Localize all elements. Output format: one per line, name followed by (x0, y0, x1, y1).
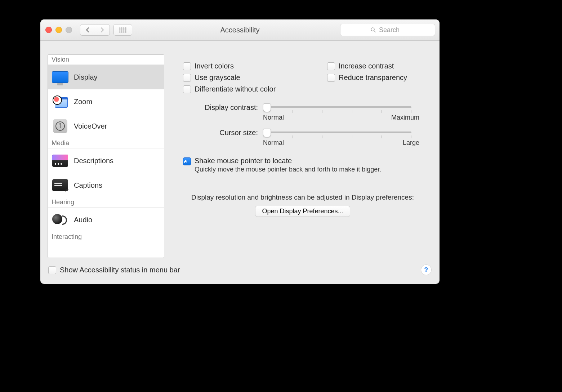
zoom-button[interactable] (66, 27, 72, 33)
chevron-left-icon (85, 27, 90, 32)
cursor-size-slider[interactable]: Normal Large (263, 128, 422, 147)
search-field[interactable] (340, 24, 435, 36)
sidebar-item-label: Audio (74, 216, 92, 224)
checkbox[interactable] (183, 62, 191, 70)
sidebar-item-voiceover[interactable]: VoiceOver (48, 114, 164, 138)
slider-max-label: Large (403, 139, 419, 147)
slider-min-label: Normal (263, 114, 284, 121)
option-show-status-menubar[interactable]: Show Accessibility status in menu bar (48, 266, 180, 274)
sidebar-section-hearing: Hearing (48, 197, 164, 208)
zoom-icon (52, 94, 69, 109)
sidebar-item-display[interactable]: Display (48, 65, 164, 89)
checkbox[interactable] (183, 85, 191, 93)
slider-min-label: Normal (263, 139, 284, 147)
slider-track[interactable] (263, 132, 411, 133)
grid-icon (119, 27, 127, 33)
display-settings-panel: Invert colors Increase contrast Use gray… (171, 54, 432, 258)
sidebar-item-descriptions[interactable]: Descriptions (48, 148, 164, 173)
option-increase-contrast[interactable]: Increase contrast (327, 62, 422, 70)
slider-track[interactable] (263, 106, 411, 108)
close-button[interactable] (45, 27, 52, 33)
descriptions-icon (52, 153, 69, 168)
option-label: Shake mouse pointer to locate (195, 157, 381, 165)
sidebar-item-zoom[interactable]: Zoom (48, 89, 164, 114)
sidebar-section-vision: Vision (48, 55, 164, 65)
option-label: Increase contrast (339, 62, 394, 70)
slider-ticks (263, 135, 411, 138)
checkbox[interactable] (183, 74, 191, 82)
sidebar-item-label: Descriptions (74, 157, 113, 165)
option-description: Quickly move the mouse pointer back and … (195, 166, 381, 173)
category-sidebar[interactable]: Vision Display Zoom VoiceOver Media Desc… (48, 54, 164, 258)
option-use-grayscale[interactable]: Use grayscale (183, 73, 327, 82)
sidebar-section-media: Media (48, 138, 164, 148)
option-label: Use grayscale (195, 74, 240, 82)
back-button[interactable] (80, 24, 95, 35)
search-input[interactable] (378, 26, 405, 34)
option-reduce-transparency[interactable]: Reduce transparency (327, 73, 422, 82)
forward-button[interactable] (95, 24, 110, 35)
option-label: Invert colors (195, 62, 234, 70)
show-all-button[interactable] (113, 24, 132, 36)
window-controls (45, 27, 72, 33)
accessibility-prefs-window: Accessibility Vision Display Zoom (40, 19, 440, 284)
cursor-size-row: Cursor size: Normal Large (183, 128, 422, 147)
resolution-note: Display resolution and brightness can be… (183, 193, 422, 201)
sidebar-item-captions[interactable]: Captions (48, 173, 164, 197)
sidebar-item-label: VoiceOver (74, 122, 107, 130)
open-display-prefs-button[interactable]: Open Display Preferences... (255, 206, 350, 217)
checkbox[interactable] (48, 266, 56, 274)
slider-max-label: Maximum (391, 114, 419, 121)
sidebar-item-label: Zoom (74, 98, 92, 106)
window-titlebar: Accessibility (40, 19, 440, 41)
display-contrast-row: Display contrast: Normal Maximum (183, 103, 422, 121)
checkbox-grid: Invert colors Increase contrast Use gray… (183, 62, 422, 93)
minimize-button[interactable] (55, 27, 62, 33)
captions-icon (52, 178, 69, 192)
help-button[interactable]: ? (421, 264, 432, 275)
option-shake-to-locate[interactable]: Shake mouse pointer to locate Quickly mo… (183, 157, 422, 173)
nav-back-forward (80, 24, 110, 36)
voiceover-icon (52, 119, 69, 133)
slider-thumb[interactable] (263, 103, 271, 112)
option-invert-colors[interactable]: Invert colors (183, 62, 327, 70)
slider-label: Cursor size: (183, 128, 263, 137)
option-label: Reduce transparency (339, 74, 407, 82)
audio-icon (52, 213, 69, 227)
display-contrast-slider[interactable]: Normal Maximum (263, 103, 422, 121)
chevron-right-icon (100, 27, 105, 32)
checkbox[interactable] (327, 74, 335, 82)
option-label: Show Accessibility status in menu bar (60, 266, 180, 274)
checkbox[interactable] (327, 62, 335, 70)
option-diff-without-color[interactable]: Differentiate without color (183, 85, 422, 93)
search-icon (370, 27, 376, 33)
slider-label: Display contrast: (183, 103, 263, 112)
sidebar-section-interacting: Interacting (48, 232, 164, 242)
svg-line-1 (374, 31, 375, 32)
footer: Show Accessibility status in menu bar ? (40, 258, 440, 284)
slider-thumb[interactable] (263, 129, 271, 137)
sidebar-item-label: Display (74, 73, 98, 81)
sidebar-item-audio[interactable]: Audio (48, 208, 164, 232)
sidebar-item-label: Captions (74, 181, 102, 190)
display-icon (52, 70, 69, 84)
option-label: Differentiate without color (195, 85, 276, 93)
slider-ticks (263, 110, 411, 113)
checkbox[interactable] (183, 157, 191, 165)
